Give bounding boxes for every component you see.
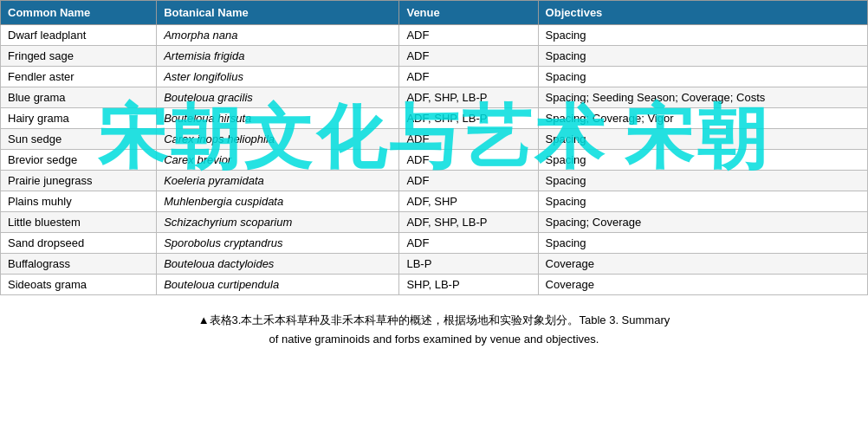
cell-venue: LB-P [399,254,538,275]
cell-common-name: Buffalograss [1,254,157,275]
cell-venue: ADF [399,171,538,191]
table-row: Plains muhlyMuhlenbergia cuspidataADF, S… [1,191,868,212]
cell-botanical-name: Schizachyrium scoparium [157,212,399,233]
cell-common-name: Fringed sage [1,46,157,67]
cell-objectives: Coverage [538,254,867,275]
cell-botanical-name: Carex brevior [157,150,399,171]
cell-botanical-name: Artemisia frigida [157,46,399,67]
cell-botanical-name: Amorpha nana [157,25,399,46]
cell-objectives: Spacing; Coverage; Vigor [538,108,867,129]
cell-botanical-name: Bouteloua gracilis [157,87,399,108]
header-objectives: Objectives [538,1,867,25]
cell-objectives: Spacing; Coverage [538,212,867,233]
cell-botanical-name: Koeleria pyramidata [157,171,399,191]
cell-botanical-name: Bouteloua dactyloides [157,254,399,275]
caption-line2: of native graminoids and forbs examined … [35,330,833,349]
cell-common-name: Hairy grama [1,108,157,129]
table-row: Prairie junegrassKoeleria pyramidataADFS… [1,171,868,191]
table-caption: ▲表格3.本土禾本科草种及非禾本科草种的概述，根据场地和实验对象划分。Table… [0,311,868,349]
cell-venue: SHP, LB-P [399,275,538,295]
table-row: Sun sedgeCarex inops heliophilaADFSpacin… [1,129,868,150]
table-row: Blue gramaBouteloua gracilisADF, SHP, LB… [1,87,868,108]
table-row: Fendler asterAster longifoliusADFSpacing [1,67,868,87]
cell-botanical-name: Aster longifolius [157,67,399,87]
caption-line1: ▲表格3.本土禾本科草种及非禾本科草种的概述，根据场地和实验对象划分。Table… [35,311,833,330]
cell-common-name: Brevior sedge [1,150,157,171]
cell-common-name: Dwarf leadplant [1,25,157,46]
cell-venue: ADF [399,150,538,171]
cell-botanical-name: Sporobolus cryptandrus [157,233,399,254]
cell-objectives: Spacing [538,129,867,150]
cell-venue: ADF [399,67,538,87]
cell-botanical-name: Muhlenbergia cuspidata [157,191,399,212]
header-venue: Venue [399,1,538,25]
cell-botanical-name: Carex inops heliophila [157,129,399,150]
cell-common-name: Fendler aster [1,67,157,87]
cell-botanical-name: Bouteloua hirsuta [157,108,399,129]
table-row: Brevior sedgeCarex breviorADFSpacing [1,150,868,171]
cell-venue: ADF, SHP [399,191,538,212]
cell-common-name: Blue grama [1,87,157,108]
cell-common-name: Prairie junegrass [1,171,157,191]
cell-objectives: Spacing; Seeding Season; Coverage; Costs [538,87,867,108]
table-row: BuffalograssBouteloua dactyloidesLB-PCov… [1,254,868,275]
cell-common-name: Sun sedge [1,129,157,150]
table-row: Sideoats gramaBouteloua curtipendulaSHP,… [1,275,868,295]
cell-botanical-name: Bouteloua curtipendula [157,275,399,295]
cell-venue: ADF [399,46,538,67]
table-row: Hairy gramaBouteloua hirsutaADF, SHP, LB… [1,108,868,129]
cell-venue: ADF [399,129,538,150]
cell-objectives: Spacing [538,233,867,254]
cell-venue: ADF, SHP, LB-P [399,87,538,108]
table-row: Little bluestemSchizachyrium scopariumAD… [1,212,868,233]
cell-common-name: Sideoats grama [1,275,157,295]
cell-objectives: Spacing [538,191,867,212]
cell-common-name: Sand dropseed [1,233,157,254]
header-common-name: Common Name [1,1,157,25]
cell-venue: ADF [399,233,538,254]
cell-common-name: Plains muhly [1,191,157,212]
cell-objectives: Coverage [538,275,867,295]
cell-venue: ADF, SHP, LB-P [399,212,538,233]
cell-venue: ADF, SHP, LB-P [399,108,538,129]
cell-objectives: Spacing [538,171,867,191]
cell-objectives: Spacing [538,46,867,67]
cell-venue: ADF [399,25,538,46]
cell-common-name: Little bluestem [1,212,157,233]
header-botanical-name: Botanical Name [157,1,399,25]
cell-objectives: Spacing [538,150,867,171]
table-row: Sand dropseedSporobolus cryptandrusADFSp… [1,233,868,254]
table-row: Dwarf leadplantAmorpha nanaADFSpacing [1,25,868,46]
cell-objectives: Spacing [538,25,867,46]
cell-objectives: Spacing [538,67,867,87]
table-row: Fringed sageArtemisia frigidaADFSpacing [1,46,868,67]
